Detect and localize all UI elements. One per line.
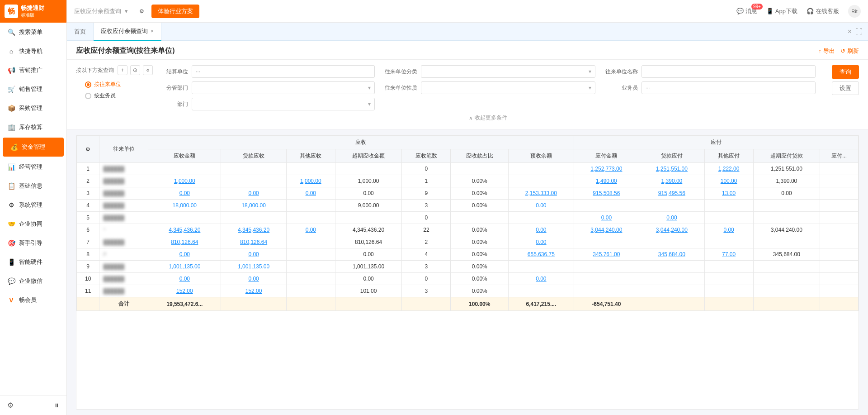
gear-icon: ⚙ [7, 201, 15, 209]
cell-link[interactable]: 100.00 [721, 178, 737, 184]
cell-link[interactable]: 152.00 [176, 288, 193, 294]
topbar-dropdown[interactable]: ▾ [125, 8, 128, 14]
settings-button[interactable]: 设置 [832, 81, 859, 95]
cell-link[interactable]: 1,000.00 [174, 178, 195, 184]
cell-link[interactable]: 0.00 [248, 251, 259, 258]
cell-link[interactable]: 1,251,551.00 [656, 166, 688, 172]
sidebar-item-enterprise-collab[interactable]: 🤝 企业协同 [0, 215, 66, 234]
tab-ar-ap-query[interactable]: 应收应付余额查询 × [94, 23, 161, 41]
sidebar-item-inventory[interactable]: 🏢 库存核算 [0, 118, 66, 137]
cell-link[interactable]: 0.00 [601, 215, 612, 221]
col-settings-header[interactable]: ⚙ [77, 136, 99, 163]
cell-link[interactable]: 77.00 [722, 251, 736, 258]
partner-name-input[interactable] [642, 65, 816, 78]
cell-link[interactable]: 1,390.00 [661, 178, 683, 184]
cell-link[interactable]: 2,153,333.00 [525, 190, 557, 196]
filter-option-by-salesperson[interactable]: 按业务员 [85, 92, 153, 100]
cell-link[interactable]: 915,508.56 [593, 190, 620, 196]
window-close-icon[interactable]: × [848, 28, 852, 36]
cell-link[interactable]: 0.00 [248, 276, 259, 282]
tab-home[interactable]: 首页 [67, 23, 94, 41]
cell-ar-overdue: 1,001,135.00 [335, 261, 402, 273]
cell-link[interactable]: 152.00 [245, 288, 262, 294]
cell-link[interactable]: 810,126.64 [171, 239, 198, 245]
cell-link[interactable]: 0.00 [723, 227, 734, 233]
cell-link[interactable]: 0.00 [179, 251, 190, 258]
cell-link[interactable]: 0.00 [306, 190, 316, 196]
cell-link[interactable]: 0.00 [179, 190, 190, 196]
cell-link[interactable]: 0.00 [536, 202, 546, 209]
collapse-more-button[interactable]: ∧ 收起更多条件 [160, 112, 816, 124]
filter-header: 按以下方案查询 + ⊙ « [76, 65, 153, 75]
topbar-app-download[interactable]: 📱 App下载 [766, 7, 797, 15]
sidebar-collapse-icon[interactable]: ⏸ [54, 402, 59, 409]
sidebar-item-search-menu[interactable]: 🔍 搜索菜单 [0, 23, 66, 42]
sidebar-item-operation[interactable]: 📊 经营管理 [0, 157, 66, 176]
cell-link[interactable]: 4,345,436.20 [238, 227, 269, 233]
salesperson-input[interactable]: ··· [642, 81, 816, 94]
branch-dept-input[interactable]: ▾ [192, 81, 375, 94]
cell-link[interactable]: 655,636.75 [528, 251, 555, 258]
cell-ap-more [820, 175, 859, 187]
solution-button[interactable]: 体验行业方案 [151, 5, 199, 18]
sidebar-item-enterprise-wechat[interactable]: 💬 企业微信 [0, 272, 66, 291]
topbar-message[interactable]: 💬 消息 99+ [736, 7, 757, 15]
cell-link[interactable]: 3,044,240.00 [590, 227, 622, 233]
sidebar-item-purchase[interactable]: 📦 采购管理 [0, 99, 66, 118]
cell-link[interactable]: 345,684.00 [658, 251, 685, 258]
filter-add-button[interactable]: + [118, 65, 127, 75]
cell-link[interactable]: 18,000.00 [173, 202, 197, 209]
topbar-service[interactable]: 🎧 在线客服 [807, 7, 839, 15]
sidebar-item-smart-hw[interactable]: 📱 智能硬件 [0, 253, 66, 272]
cell-ar-prepay: 0.00 [509, 236, 574, 248]
cell-link[interactable]: 0.00 [306, 227, 316, 233]
cell-link[interactable]: 1,000.00 [300, 178, 321, 184]
cell-no: 5 [77, 212, 99, 224]
user-avatar[interactable]: Rit [848, 5, 861, 18]
filter-collapse-button[interactable]: « [143, 65, 153, 75]
refresh-button[interactable]: ↺ 刷新 [840, 47, 859, 55]
sidebar-item-marketing[interactable]: 📢 营销推广 [0, 61, 66, 80]
query-button[interactable]: 查询 [832, 65, 859, 79]
partner-category-input[interactable]: ▾ [421, 65, 595, 78]
cell-link[interactable]: 4,345,436.20 [169, 227, 200, 233]
topbar-gear-icon[interactable]: ⚙ [135, 5, 148, 18]
export-button[interactable]: ↑ 导出 [819, 47, 835, 55]
cell-link[interactable]: 1,222.00 [718, 166, 740, 172]
cell-link[interactable]: 345,761.00 [593, 251, 620, 258]
cell-link[interactable]: 810,126.64 [240, 239, 267, 245]
cell-link[interactable]: 915,495.56 [658, 190, 685, 196]
sidebar-item-fund[interactable]: 💰 资金管理 [3, 138, 64, 157]
cell-link[interactable]: 3,044,240.00 [656, 227, 688, 233]
cell-link[interactable]: 1,490.00 [596, 178, 617, 184]
col-payable-group-header: 应付 [574, 136, 858, 149]
cell-link[interactable]: 1,001,135.00 [238, 263, 269, 270]
sidebar-item-basic-info[interactable]: 📋 基础信息 [0, 176, 66, 196]
cell-link[interactable]: 1,001,135.00 [169, 263, 200, 270]
window-expand-icon[interactable]: ⛶ [855, 28, 863, 36]
table-row: 7 ██████ 810,126.64 810,126.64 810,126.6… [77, 236, 859, 248]
cell-link[interactable]: 0.00 [536, 239, 546, 245]
sidebar-item-system[interactable]: ⚙ 系统管理 [0, 196, 66, 215]
settings-bottom-icon[interactable]: ⚙ [7, 401, 14, 410]
cell-link[interactable]: 0.00 [248, 190, 259, 196]
cell-link[interactable]: 13.00 [722, 190, 736, 196]
cell-link[interactable]: 0.00 [179, 276, 190, 282]
partner-nature-input[interactable]: ▾ [421, 81, 595, 94]
dept-input[interactable]: ▾ [192, 98, 375, 110]
cell-link[interactable]: 0.00 [536, 227, 546, 233]
sidebar-item-sales[interactable]: 🛒 销售管理 [0, 80, 66, 99]
cell-link[interactable]: 18,000.00 [241, 202, 265, 209]
sidebar-item-member[interactable]: V 畅会员 [0, 291, 66, 310]
jiesuan-unit-input[interactable]: ··· [192, 65, 375, 78]
cell-link[interactable]: 0.00 [536, 276, 546, 282]
tab-close-icon[interactable]: × [151, 28, 154, 34]
cell-no: 11 [77, 285, 99, 297]
sidebar-item-quick-nav[interactable]: ⌂ 快捷导航 [0, 42, 66, 61]
sidebar-item-newbie[interactable]: 🎯 新手引导 [0, 234, 66, 253]
cell-link[interactable]: 1,252,773.00 [590, 166, 622, 172]
cell-link[interactable]: 0.00 [666, 215, 677, 221]
filter-options-button[interactable]: ⊙ [130, 65, 140, 75]
filter-option-by-partner[interactable]: 按往来单位 [85, 81, 153, 88]
cell-ar-overdue: 4,345,436.20 [335, 224, 402, 236]
